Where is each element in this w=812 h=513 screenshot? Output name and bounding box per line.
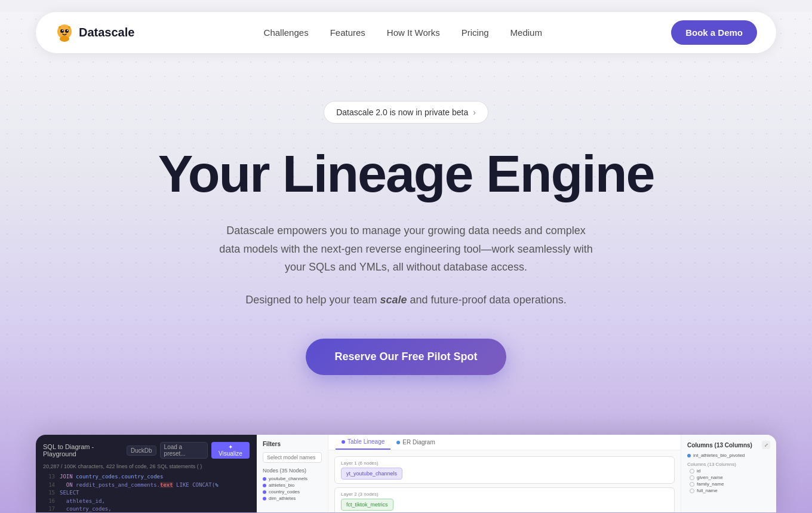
reserve-pilot-button[interactable]: Reserve Our Free Pilot Spot [306, 339, 506, 375]
duckdb-dropdown[interactable]: DuckDb [127, 446, 156, 456]
svg-point-4 [62, 30, 63, 31]
diagram-area: Table Lineage ER Diagram Layer 1 (6 node… [328, 435, 681, 512]
filter-panel: Filters Nodes (35 Nodes) youtube_channel… [257, 435, 328, 512]
columns-header: Columns (13 Columns) ⤢ [687, 441, 770, 449]
visualize-button[interactable]: ✦ Visualize [211, 442, 250, 459]
code-panel-header: SQL to Diagram - Playground DuckDb Load … [43, 442, 250, 459]
nav-how-it-works[interactable]: How It Works [387, 27, 440, 38]
app-preview-inner: SQL to Diagram - Playground DuckDb Load … [36, 435, 776, 512]
code-panel: SQL to Diagram - Playground DuckDb Load … [36, 435, 257, 512]
expand-button[interactable]: ⤢ [762, 441, 770, 449]
app-preview: SQL to Diagram - Playground DuckDb Load … [36, 435, 776, 512]
hero-description: Datascale empowers you to manage your gr… [215, 222, 597, 277]
legend-dot [687, 454, 691, 457]
nav-medium[interactable]: Medium [510, 27, 542, 38]
logo[interactable]: Datascale [55, 23, 134, 42]
layer1-box: Layer 1 (6 nodes) yt_youtube_channels [334, 456, 675, 484]
filter-title: Filters [263, 441, 322, 447]
tab-table-lineage[interactable]: Table Lineage [336, 435, 390, 450]
columns-list: Columns (13 Columns) id given_name famil… [687, 462, 770, 493]
nav-links: Challenges Features How It Works Pricing… [264, 27, 542, 38]
hero-section: Datascale 2.0 is now in private beta › Y… [0, 65, 812, 435]
panel-title: SQL to Diagram - Playground [43, 443, 127, 457]
logo-text: Datascale [79, 26, 134, 39]
diagram-tabs: Table Lineage ER Diagram [328, 435, 681, 450]
code-content: 13JOIN country_codes.country_codes 14 ON… [43, 473, 250, 512]
code-stats: 20,287 / 100K characters, 422 lines of c… [43, 463, 250, 469]
legend-item: int_athletes_bio_pivoted [687, 453, 770, 458]
book-demo-button[interactable]: Book a Demo [671, 20, 757, 45]
filter-items-list: youtube_channels athletes_bio country_co… [263, 476, 322, 501]
logo-icon [55, 23, 74, 42]
chevron-right-icon: › [473, 107, 476, 117]
tab-er-diagram[interactable]: ER Diagram [390, 435, 441, 449]
nav-pricing[interactable]: Pricing [462, 27, 489, 38]
navbar: Datascale Challenges Features How It Wor… [36, 12, 776, 53]
col-id: id [687, 468, 770, 474]
svg-point-2 [60, 29, 64, 33]
beta-badge[interactable]: Datascale 2.0 is now in private beta › [324, 101, 488, 124]
layer1-label: Layer 1 (6 nodes) [341, 460, 668, 466]
nav-challenges[interactable]: Challenges [264, 27, 309, 38]
col-family-name: family_name [687, 481, 770, 487]
layer2-node: fct_tiktok_metrics [341, 499, 393, 511]
filter-search-input[interactable] [263, 452, 322, 463]
layer2-label: Layer 2 (3 nodes) [341, 492, 668, 497]
columns-panel: Columns (13 Columns) ⤢ int_athletes_bio_… [681, 435, 776, 512]
layer2-box: Layer 2 (3 nodes) fct_tiktok_metrics [334, 487, 675, 512]
hero-sub-text: Designed to help your team scale and fut… [239, 291, 573, 309]
svg-point-5 [67, 30, 68, 31]
columns-title: Columns (13 Columns) [687, 442, 752, 449]
layer1-node: yt_youtube_channels [341, 468, 402, 480]
svg-point-1 [60, 36, 69, 42]
beta-badge-text: Datascale 2.0 is now in private beta [336, 107, 468, 117]
preset-dropdown[interactable]: Load a preset... [160, 442, 208, 459]
filter-nodes-label: Nodes (35 Nodes) [263, 468, 322, 474]
diagram-content: Layer 1 (6 nodes) yt_youtube_channels La… [328, 450, 681, 510]
svg-point-3 [65, 29, 69, 33]
nav-features[interactable]: Features [330, 27, 365, 38]
page-wrapper: Datascale Challenges Features How It Wor… [0, 12, 812, 513]
col-given-name: given_name [687, 475, 770, 480]
col-full-name: full_name [687, 488, 770, 493]
hero-title: Your Lineage Engine [12, 148, 800, 200]
panel-controls: DuckDb Load a preset... ✦ Visualize [127, 442, 250, 459]
